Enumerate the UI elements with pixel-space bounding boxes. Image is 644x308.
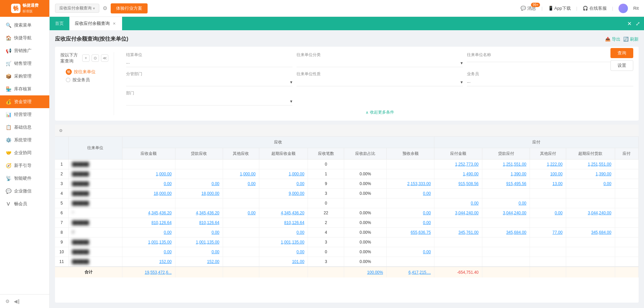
cell-value[interactable]: 152.00 [122, 257, 175, 267]
cell-value[interactable]: 0.00 [259, 228, 308, 237]
sidebar-item-marketing[interactable]: 📢 营销推广 [0, 44, 49, 57]
cell-value[interactable]: 100.00 [530, 169, 566, 179]
cell-value[interactable]: 810,126.64 [259, 218, 308, 228]
cell-value[interactable]: 3,044,240.00 [434, 208, 482, 218]
cell-value[interactable]: 0.00 [175, 179, 223, 189]
sidebar-item-inventory[interactable]: 🏪 库存核算 [0, 83, 49, 95]
cell-value[interactable]: 0.00 [223, 179, 259, 189]
tab-arquery[interactable]: 应收应付余额查询 ✕ [69, 17, 122, 30]
topbar-gear-icon[interactable]: ⚙ [103, 5, 107, 11]
solution-button[interactable]: 体验行业方案 [111, 3, 148, 13]
cell-value[interactable]: 0.00 [386, 208, 434, 218]
sidebar-item-fund[interactable]: 💰 资金管理 [0, 95, 49, 108]
sidebar-item-quicknav[interactable]: 🏠 快捷导航 [0, 32, 49, 44]
cell-value[interactable]: 810,126.64 [122, 218, 175, 228]
sidebar-item-purchase[interactable]: 📦 采购管理 [0, 70, 49, 83]
cell-value[interactable]: 1,390.00 [566, 169, 615, 179]
cell-value[interactable]: 1,252,773.00 [434, 160, 482, 169]
sidebar-item-search[interactable]: 🔍 搜索菜单 [0, 19, 49, 32]
message-button[interactable]: 💬 消息 99+ [521, 5, 536, 11]
filter-option-by-unit[interactable]: 畅 按往来单位 [66, 69, 108, 75]
field-unit-category-input[interactable]: ▾ [297, 59, 463, 67]
total-ar[interactable]: 19,553,472,6... [122, 267, 175, 277]
cell-value[interactable]: 0.00 [386, 247, 434, 257]
tab-close-icon[interactable]: ✕ [112, 21, 116, 26]
sidebar-item-basic[interactable]: 📋 基础信息 [0, 121, 49, 134]
cell-value[interactable]: 0.00 [122, 228, 175, 237]
total-ar-prepay[interactable]: 6,417,215.... [386, 267, 434, 277]
cell-value[interactable]: 345,684.00 [566, 228, 615, 237]
cell-value[interactable]: 1,001,135.00 [122, 237, 175, 247]
cell-value[interactable]: 0.00 [223, 208, 259, 218]
cell-value[interactable]: 4,345,436.20 [175, 208, 223, 218]
cell-value[interactable]: 1,222.00 [530, 160, 566, 169]
avatar[interactable] [619, 4, 628, 13]
cell-value[interactable]: 345,761.00 [434, 228, 482, 237]
table-config-icon[interactable]: ⚙ [59, 128, 63, 133]
field-unit-nature-input[interactable]: ▾ [297, 78, 463, 86]
cell-value[interactable]: 152.00 [175, 257, 223, 267]
field-salesperson-input[interactable]: ··· [467, 78, 633, 86]
field-unit-name-input[interactable] [467, 59, 633, 62]
query-button[interactable]: 查询 [610, 48, 633, 58]
tabbar-close-icon[interactable]: ✕ [627, 20, 632, 27]
cell-value[interactable]: 1,490.00 [434, 169, 482, 179]
table-container[interactable]: 往来单位 应收 应付 应收金额 贷款应收 其他应收 超期应收金额 应收笔数 应收… [55, 137, 639, 277]
breadcrumb[interactable]: 应收应付余额查询 ▾ [55, 4, 99, 13]
cell-value[interactable]: 0.00 [122, 247, 175, 257]
export-button[interactable]: 📤 导出 [605, 36, 621, 42]
cell-value[interactable]: 1,001,135.00 [259, 237, 308, 247]
cell-value[interactable]: 0.00 [259, 179, 308, 189]
field-settlement-unit-input[interactable]: ··· [126, 59, 292, 67]
service-button[interactable]: 🎧 在线客服 [583, 5, 607, 11]
cell-value[interactable]: 2,153,333.00 [386, 179, 434, 189]
cell-value[interactable]: 0.00 [530, 208, 566, 218]
cell-value[interactable]: 915,508.56 [434, 179, 482, 189]
cell-value[interactable]: 4,345,436.20 [259, 208, 308, 218]
sidebar-item-enterprise[interactable]: 🤝 企业协同 [0, 146, 49, 159]
cell-value[interactable]: 0.00 [175, 247, 223, 257]
cell-value[interactable]: 1,001,135.00 [175, 237, 223, 247]
cell-value[interactable]: 1,390.00 [482, 169, 530, 179]
filter-collapse-icon[interactable]: ≪ [101, 54, 108, 62]
field-dept-input[interactable]: ▾ [126, 78, 292, 86]
refresh-button[interactable]: 🔄 刷新 [623, 36, 639, 42]
cell-value[interactable]: 3,044,240.00 [566, 208, 615, 218]
sidebar-item-sales[interactable]: 🛒 销售管理 [0, 57, 49, 70]
cell-value[interactable]: 915,495.56 [482, 179, 530, 189]
cell-value[interactable]: 0.00 [482, 199, 530, 208]
sidebar-item-operation[interactable]: 📊 经营管理 [0, 108, 49, 121]
tab-home[interactable]: 首页 [50, 17, 69, 30]
cell-value[interactable]: 1,000.00 [259, 169, 308, 179]
cell-value[interactable]: 655,636.75 [386, 228, 434, 237]
cell-value[interactable]: 18,000.00 [175, 189, 223, 199]
sidebar-item-wechat[interactable]: 💬 企业微信 [0, 185, 49, 197]
sidebar-item-vip[interactable]: Ⅴ 畅会员 [0, 197, 49, 210]
sidebar-item-system[interactable]: ⚙️ 系统管理 [0, 134, 49, 146]
cell-value[interactable]: 345,684.00 [482, 228, 530, 237]
cell-value[interactable]: 101.00 [259, 257, 308, 267]
app-download-button[interactable]: 📱 App下载 [548, 5, 571, 11]
cell-value[interactable]: 0.00 [175, 228, 223, 237]
tabbar-expand-icon[interactable]: ⤢ [636, 20, 640, 27]
collapse-button[interactable]: ∧ 收起更多条件 [126, 109, 633, 115]
cell-value[interactable]: 18,000.00 [122, 189, 175, 199]
cell-value[interactable]: 1,000.00 [223, 169, 259, 179]
cell-value[interactable]: 0.00 [122, 179, 175, 189]
cell-value[interactable]: 0.00 [386, 218, 434, 228]
cell-value[interactable]: 1,251,551.00 [566, 160, 615, 169]
cell-value[interactable]: 3,044,240.00 [482, 208, 530, 218]
filter-add-icon[interactable]: + [82, 54, 90, 62]
settings-icon[interactable]: ⚙ [5, 299, 10, 304]
cell-value[interactable]: 9,000.00 [259, 189, 308, 199]
filter-settings-icon[interactable]: ⊙ [92, 54, 99, 62]
sidebar-item-hardware[interactable]: 📡 智能硬件 [0, 172, 49, 185]
cell-value[interactable]: 0.00 [386, 189, 434, 199]
sidebar-item-guide[interactable]: 🧭 新手引导 [0, 159, 49, 172]
cell-value[interactable]: 13.00 [530, 179, 566, 189]
cell-value[interactable]: 810,126.64 [175, 218, 223, 228]
cell-value[interactable]: 1,000.00 [122, 169, 175, 179]
cell-value[interactable]: 0.00 [259, 247, 308, 257]
field-department-input[interactable]: ▾ [126, 97, 292, 105]
cell-value[interactable]: 77.00 [530, 228, 566, 237]
